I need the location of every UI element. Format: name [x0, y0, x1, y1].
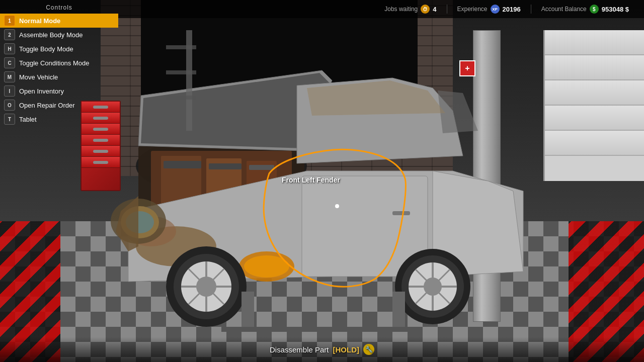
xp-label: Experience	[457, 6, 488, 13]
key-badge-1: 1	[4, 15, 15, 26]
control-item-1[interactable]: 1Normal Mode	[0, 14, 118, 28]
control-item-i[interactable]: IOpen Inventory	[0, 84, 118, 98]
svg-rect-45	[221, 327, 423, 332]
svg-rect-44	[392, 292, 405, 332]
svg-point-46	[335, 204, 339, 208]
key-badge-o: O	[4, 100, 15, 111]
control-label-2: Toggle Body Mode	[19, 45, 73, 53]
cabinet-row	[545, 55, 644, 80]
svg-rect-18	[392, 211, 410, 215]
control-label-1: Assemble Body Mode	[19, 31, 83, 39]
control-label-7: Tablet	[19, 116, 37, 123]
svg-rect-43	[242, 292, 254, 332]
control-label-0: Normal Mode	[19, 17, 60, 25]
jobs-label: Jobs waiting	[384, 6, 418, 13]
right-cabinets	[543, 30, 644, 181]
cabinet-row	[545, 131, 644, 156]
cabinet-row	[545, 80, 644, 106]
key-badge-2: 2	[4, 29, 15, 40]
controls-list: 1Normal Mode2Assemble Body ModeHToggle B…	[0, 14, 118, 126]
key-badge-h: H	[4, 43, 15, 54]
hold-key-label: [HOLD]	[333, 345, 360, 354]
cabinet-row	[545, 106, 644, 131]
bottom-hud: Disassemble Part [HOLD] 🔧	[0, 337, 644, 362]
key-badge-m: M	[4, 71, 15, 82]
control-label-4: Move Vehicle	[19, 73, 58, 81]
control-item-m[interactable]: MMove Vehicle	[0, 70, 118, 84]
svg-rect-7	[209, 163, 242, 169]
control-item-h[interactable]: HToggle Body Mode	[0, 42, 118, 56]
svg-rect-8	[249, 165, 274, 170]
control-item-2[interactable]: 2Assemble Body Mode	[0, 28, 118, 42]
xp-value: 20196	[503, 6, 521, 13]
control-label-3: Toggle Conditions Mode	[19, 59, 89, 67]
control-item-o[interactable]: OOpen Repair Order	[0, 98, 118, 112]
svg-rect-51	[166, 96, 196, 100]
hud-money-section: Account Balance $ 953048 $	[531, 5, 639, 14]
svg-rect-50	[166, 70, 196, 74]
key-badge-t: T	[4, 114, 15, 125]
money-icon: $	[590, 5, 599, 14]
svg-rect-49	[166, 45, 196, 49]
key-badge-i: I	[4, 85, 15, 97]
money-label: Account Balance	[541, 6, 587, 13]
money-value: 953048 $	[602, 6, 629, 13]
hud-xp-section: Experience XP 20196	[447, 5, 531, 14]
cabinet-row	[545, 30, 644, 55]
control-label-6: Open Repair Order	[19, 102, 75, 109]
wrench-icon: 🔧	[363, 344, 374, 355]
controls-panel: Controls 1Normal Mode2Assemble Body Mode…	[0, 0, 118, 126]
control-item-c[interactable]: CToggle Conditions Mode	[0, 56, 118, 70]
xp-icon: XP	[491, 5, 500, 14]
control-item-t[interactable]: TTablet	[0, 112, 118, 126]
controls-header: Controls	[0, 3, 118, 14]
car-model	[50, 30, 553, 332]
svg-rect-6	[164, 161, 201, 168]
disassemble-hint: Disassemble Part [HOLD] 🔧	[270, 344, 374, 355]
disassemble-label: Disassemble Part	[270, 345, 329, 354]
hud-jobs-section: Jobs waiting ⏱ 4	[374, 5, 447, 14]
jobs-icon: ⏱	[421, 5, 430, 14]
key-badge-c: C	[4, 57, 15, 68]
svg-point-42	[424, 278, 442, 296]
svg-point-34	[196, 277, 216, 297]
jobs-value: 4	[433, 6, 436, 13]
control-label-5: Open Inventory	[19, 87, 64, 95]
